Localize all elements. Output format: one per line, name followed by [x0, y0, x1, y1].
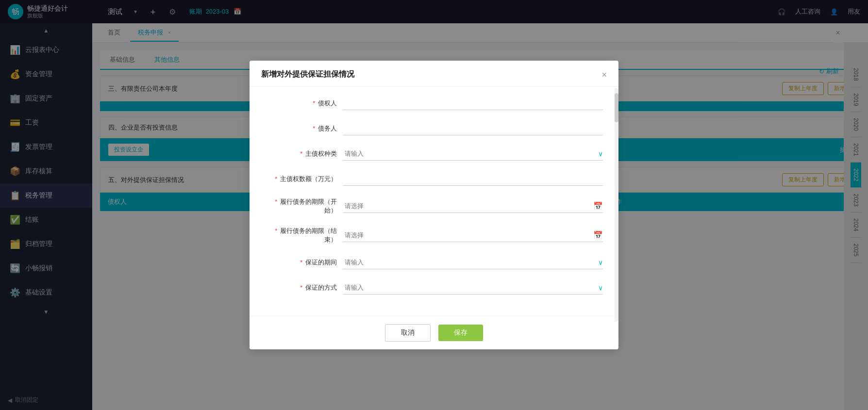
- field-period-end-row: * 履行债务的期限（结束） 📅: [265, 227, 603, 244]
- guarantee-method-dropdown-icon[interactable]: ∨: [598, 284, 603, 292]
- field-guarantee-method-row: * 保证的方式 ∨: [265, 281, 603, 295]
- field-period-end-label: * 履行债务的期限（结束）: [265, 227, 343, 244]
- modal-overlay: 新增对外提供保证担保情况 × * 债权人 * 债务人: [0, 0, 868, 410]
- claim-type-dropdown-icon[interactable]: ∨: [598, 150, 603, 158]
- field-debtor-row: * 债务人: [265, 122, 603, 135]
- field-period-end-input[interactable]: [343, 229, 593, 242]
- field-period-end-date-wrap: 📅: [343, 229, 603, 242]
- field-claim-type-input[interactable]: [343, 147, 598, 160]
- guarantee-period-dropdown-icon[interactable]: ∨: [598, 259, 603, 266]
- field-debtor-label: * 债务人: [265, 124, 343, 133]
- modal-scrollbar[interactable]: [615, 88, 618, 322]
- modal-dialog: 新增对外提供保证担保情况 × * 债权人 * 债务人: [250, 61, 618, 349]
- cancel-button[interactable]: 取消: [385, 324, 431, 342]
- field-period-start-label: * 履行债务的期限（开始）: [265, 197, 343, 215]
- modal-close-button[interactable]: ×: [601, 70, 607, 79]
- field-period-start-date-wrap: 📅: [343, 199, 603, 213]
- field-debtor-input[interactable]: [343, 122, 603, 135]
- period-end-calendar-icon[interactable]: 📅: [593, 230, 603, 240]
- modal-scroll-thumb: [615, 93, 618, 122]
- field-guarantee-method-select-wrap: ∨: [343, 281, 603, 295]
- field-creditor-row: * 债权人: [265, 97, 603, 110]
- field-guarantee-period-row: * 保证的期间 ∨: [265, 256, 603, 269]
- field-claim-type-select-wrap: ∨: [343, 147, 603, 161]
- field-claim-amount-input[interactable]: [343, 172, 603, 186]
- field-creditor-input[interactable]: [343, 97, 603, 110]
- modal-header: 新增对外提供保证担保情况 ×: [250, 61, 618, 87]
- period-start-calendar-icon[interactable]: 📅: [593, 201, 603, 211]
- field-claim-amount-row: * 主债权数额（万元）: [265, 172, 603, 186]
- save-button[interactable]: 保存: [438, 325, 483, 341]
- field-claim-type-row: * 主债权种类 ∨: [265, 147, 603, 161]
- modal-body: * 债权人 * 债务人 * 主债权种类: [250, 87, 618, 316]
- field-period-start-row: * 履行债务的期限（开始） 📅: [265, 197, 603, 215]
- field-period-start-input[interactable]: [343, 199, 593, 213]
- modal-title: 新增对外提供保证担保情况: [261, 69, 354, 80]
- field-creditor-label: * 债权人: [265, 99, 343, 108]
- field-guarantee-period-label: * 保证的期间: [265, 258, 343, 267]
- field-claim-type-label: * 主债权种类: [265, 149, 343, 158]
- field-guarantee-period-input[interactable]: [343, 256, 598, 269]
- modal-footer: 取消 保存: [250, 316, 618, 349]
- field-claim-amount-label: * 主债权数额（万元）: [265, 175, 343, 183]
- field-guarantee-method-label: * 保证的方式: [265, 283, 343, 292]
- field-guarantee-period-select-wrap: ∨: [343, 256, 603, 269]
- field-guarantee-method-input[interactable]: [343, 281, 598, 294]
